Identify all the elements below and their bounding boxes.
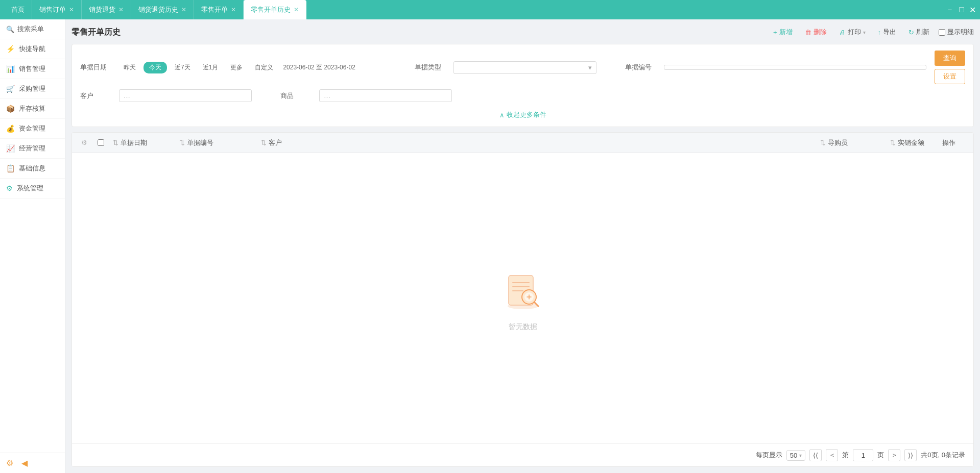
tab-sales-return-history-close[interactable]: ✕ bbox=[181, 6, 186, 13]
purchase-mgmt-icon: 🛒 bbox=[6, 85, 15, 93]
goods-input[interactable]: … bbox=[319, 89, 452, 102]
sidebar-item-base-info-label: 基础信息 bbox=[19, 164, 45, 173]
tab-home[interactable]: 首页 bbox=[4, 0, 32, 19]
total-info: 共0页, 0条记录 bbox=[921, 451, 965, 460]
tab-sales-order-close[interactable]: ✕ bbox=[69, 6, 74, 13]
window-controls: － □ ✕ bbox=[946, 5, 976, 15]
query-button[interactable]: 查询 bbox=[935, 51, 965, 66]
close-button[interactable]: ✕ bbox=[969, 5, 976, 15]
settings-button[interactable]: 设置 bbox=[935, 69, 965, 84]
refresh-icon: ↻ bbox=[909, 29, 914, 36]
tab-sales-order-label: 销售订单 bbox=[39, 5, 66, 14]
date-btn-today[interactable]: 今天 bbox=[144, 62, 167, 73]
date-btn-7days[interactable]: 近7天 bbox=[170, 62, 195, 73]
tab-retail-open-history[interactable]: 零售开单历史 ✕ bbox=[244, 0, 306, 19]
sidebar-item-sales-mgmt-label: 销售管理 bbox=[19, 64, 45, 73]
tab-sales-return-label: 销货退货 bbox=[89, 5, 115, 14]
sidebar-item-purchase-mgmt[interactable]: 🛒 采购管理 bbox=[0, 79, 65, 99]
minimize-button[interactable]: － bbox=[946, 5, 954, 15]
date-btn-more[interactable]: 更多 bbox=[226, 62, 247, 73]
th-amount-sort-icon[interactable]: ⇅ bbox=[890, 139, 896, 146]
type-select[interactable]: ▾ bbox=[453, 61, 596, 74]
customer-dots[interactable]: … bbox=[124, 92, 130, 99]
tab-sales-return-history-label: 销货退货历史 bbox=[138, 5, 178, 14]
refresh-button[interactable]: ↻ 刷新 bbox=[905, 26, 933, 39]
new-button[interactable]: + 新增 bbox=[770, 26, 796, 39]
finance-icon: 💰 bbox=[6, 125, 15, 133]
page-next-button[interactable]: ＞ bbox=[888, 449, 900, 461]
sidebar-collapse-icon[interactable]: ◀ bbox=[21, 458, 28, 468]
select-all-checkbox[interactable] bbox=[98, 139, 104, 146]
page-label-suffix: 页 bbox=[877, 451, 884, 460]
th-number-sort-icon[interactable]: ⇅ bbox=[179, 139, 185, 146]
tab-sales-return-history[interactable]: 销货退货历史 ✕ bbox=[131, 0, 194, 19]
tab-retail-open[interactable]: 零售开单 ✕ bbox=[194, 0, 244, 19]
date-btn-yesterday[interactable]: 昨天 bbox=[119, 62, 140, 73]
table-header: ⚙ ⇅ 单据日期 ⇅ 单据编号 ⇅ 客户 ⇅ bbox=[72, 133, 973, 153]
sidebar-item-inventory[interactable]: 📦 库存核算 bbox=[0, 99, 65, 119]
filter-panel: 单据日期 昨天 今天 近7天 近1月 更多 自定义 2023-06-02 至 2… bbox=[71, 44, 974, 127]
page-number-input[interactable] bbox=[853, 449, 873, 461]
maximize-button[interactable]: □ bbox=[959, 5, 964, 14]
delete-button[interactable]: 🗑 删除 bbox=[802, 26, 830, 39]
sidebar-item-base-info[interactable]: 📋 基础信息 bbox=[0, 159, 65, 179]
show-detail-check-input[interactable] bbox=[939, 29, 945, 36]
table-gear-icon[interactable]: ⚙ bbox=[81, 139, 87, 146]
sidebar-gear-icon[interactable]: ⚙ bbox=[6, 458, 13, 468]
goods-dots[interactable]: … bbox=[324, 92, 330, 99]
customer-input[interactable]: … bbox=[119, 89, 252, 102]
quick-nav-icon: ⚡ bbox=[6, 45, 15, 53]
tab-sales-return[interactable]: 销货退货 ✕ bbox=[82, 0, 131, 19]
tab-retail-open-history-close[interactable]: ✕ bbox=[294, 6, 299, 13]
export-icon: ↑ bbox=[878, 29, 881, 36]
collapse-more-btn[interactable]: ∧ 收起更多条件 bbox=[80, 107, 965, 120]
sidebar-item-operation[interactable]: 📈 经营管理 bbox=[0, 139, 65, 159]
export-button[interactable]: ↑ 导出 bbox=[875, 26, 900, 39]
th-guide-sort-icon[interactable]: ⇅ bbox=[820, 139, 826, 146]
number-label: 单据编号 bbox=[625, 63, 656, 72]
tab-bar: 首页 销售订单 ✕ 销货退货 ✕ 销货退货历史 ✕ 零售开单 ✕ 零售开单历史 … bbox=[0, 0, 980, 19]
main-layout: 🔍 搜索采单 ⚡ 快捷导航 📊 销售管理 🛒 采购管理 📦 库存核算 💰 资金管… bbox=[0, 19, 980, 473]
th-date-sort-icon[interactable]: ⇅ bbox=[113, 139, 118, 146]
empty-illustration bbox=[497, 265, 548, 316]
sidebar-item-sys-mgmt[interactable]: ⚙ 系统管理 bbox=[0, 179, 65, 198]
th-customer-sort-icon[interactable]: ⇅ bbox=[261, 139, 267, 146]
print-icon: 🖨 bbox=[839, 29, 846, 36]
new-label: 新增 bbox=[779, 28, 793, 37]
delete-label: 删除 bbox=[814, 28, 827, 37]
th-action-label: 操作 bbox=[942, 138, 955, 147]
date-btn-1month[interactable]: 近1月 bbox=[198, 62, 223, 73]
show-detail-label: 显示明细 bbox=[947, 28, 974, 37]
toolbar: + 新增 🗑 删除 🖨 打印 ▾ ↑ 导出 ↻ 刷新 bbox=[770, 26, 974, 39]
collapse-more-label: 收起更多条件 bbox=[507, 110, 546, 119]
tab-retail-open-label: 零售开单 bbox=[201, 5, 228, 14]
sidebar-search[interactable]: 🔍 搜索采单 bbox=[0, 19, 65, 39]
page-first-button[interactable]: ⟨⟨ bbox=[809, 449, 822, 461]
page-size-select[interactable]: 50 ▾ bbox=[786, 450, 805, 461]
page-last-button[interactable]: ⟩⟩ bbox=[904, 449, 917, 461]
page-size-value: 50 bbox=[790, 452, 797, 459]
sidebar-item-sales-mgmt[interactable]: 📊 销售管理 bbox=[0, 59, 65, 79]
tab-sales-return-close[interactable]: ✕ bbox=[118, 6, 124, 13]
page-prev-button[interactable]: ＜ bbox=[826, 449, 838, 461]
th-date-label: 单据日期 bbox=[121, 138, 147, 147]
th-gear[interactable]: ⚙ bbox=[76, 139, 92, 146]
date-btn-custom[interactable]: 自定义 bbox=[250, 62, 278, 73]
th-guide-label: 导购员 bbox=[828, 138, 848, 147]
page-size-chevron: ▾ bbox=[799, 453, 802, 458]
th-action: 操作 bbox=[928, 138, 969, 147]
sys-mgmt-icon: ⚙ bbox=[6, 184, 13, 192]
th-check[interactable] bbox=[92, 139, 109, 146]
print-button[interactable]: 🖨 打印 ▾ bbox=[836, 26, 869, 39]
sidebar-bottom: ⚙ ◀ bbox=[0, 453, 65, 473]
operation-icon: 📈 bbox=[6, 144, 15, 153]
sidebar-item-purchase-mgmt-label: 采购管理 bbox=[19, 84, 45, 93]
tab-retail-open-close[interactable]: ✕ bbox=[231, 6, 236, 13]
show-detail-checkbox[interactable]: 显示明细 bbox=[939, 28, 974, 37]
sidebar-item-inventory-label: 库存核算 bbox=[19, 104, 45, 113]
sidebar-item-finance[interactable]: 💰 资金管理 bbox=[0, 119, 65, 139]
tab-home-label: 首页 bbox=[11, 5, 25, 14]
tab-sales-order[interactable]: 销售订单 ✕ bbox=[32, 0, 82, 19]
number-input[interactable] bbox=[664, 65, 926, 70]
sidebar-item-quick-nav[interactable]: ⚡ 快捷导航 bbox=[0, 39, 65, 59]
